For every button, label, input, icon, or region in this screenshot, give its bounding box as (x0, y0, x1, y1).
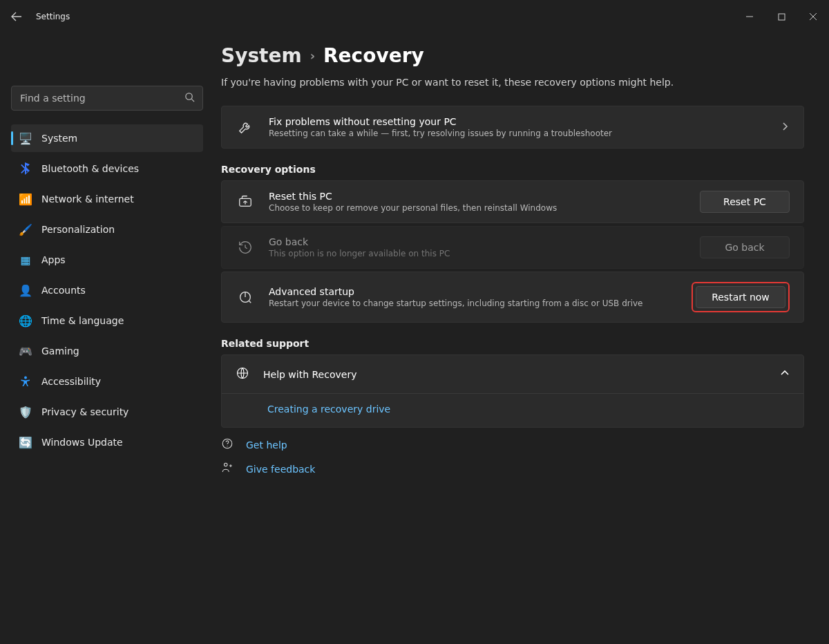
gamepad-icon: 🎮 (19, 345, 32, 357)
sidebar-item-bluetooth[interactable]: Bluetooth & devices (11, 155, 203, 182)
update-icon: 🔄 (19, 436, 32, 448)
expander-title: Help with Recovery (263, 369, 356, 380)
intro-text: If you're having problems with your PC o… (221, 77, 804, 88)
sidebar-item-system[interactable]: 🖥️ System (11, 124, 203, 152)
sidebar-item-time[interactable]: 🌐 Time & language (11, 307, 203, 334)
sidebar-item-privacy[interactable]: 🛡️ Privacy & security (11, 398, 203, 426)
sidebar-item-label: Bluetooth & devices (41, 163, 139, 174)
shield-icon: 🛡️ (19, 406, 32, 418)
card-desc: Restart your device to change startup se… (269, 299, 678, 308)
go-back-button: Go back (700, 236, 790, 258)
sidebar-item-update[interactable]: 🔄 Windows Update (11, 428, 203, 456)
section-title-related: Related support (221, 338, 804, 349)
card-title: Reset this PC (269, 191, 686, 202)
search-input[interactable] (11, 86, 203, 111)
power-settings-icon (236, 287, 255, 307)
title-bar: Settings (0, 0, 829, 33)
go-back-card: Go back This option is no longer availab… (221, 226, 804, 269)
history-icon (236, 238, 255, 257)
give-feedback-link[interactable]: Give feedback (246, 464, 315, 475)
main-content: System › Recovery If you're having probl… (214, 33, 829, 644)
sidebar-item-label: Windows Update (41, 437, 123, 448)
minimize-button[interactable] (734, 6, 765, 28)
restart-now-button[interactable]: Restart now (696, 286, 785, 308)
sidebar-item-label: Network & internet (41, 193, 134, 205)
apps-icon: ▦ (19, 254, 32, 266)
system-icon: 🖥️ (19, 132, 32, 144)
sidebar-item-label: Personalization (41, 224, 115, 235)
sidebar-item-label: Accessibility (41, 376, 101, 387)
globe-icon (236, 366, 249, 382)
wifi-icon: 📶 (19, 193, 32, 205)
bluetooth-icon (19, 162, 32, 175)
sidebar-item-label: Time & language (41, 315, 124, 326)
sidebar-item-accessibility[interactable]: Accessibility (11, 368, 203, 395)
svg-point-7 (227, 446, 227, 446)
sidebar-item-label: System (41, 133, 77, 144)
expander-head[interactable]: Help with Recovery (222, 355, 803, 393)
sidebar-item-accounts[interactable]: 👤 Accounts (11, 276, 203, 304)
get-help-row[interactable]: Get help (221, 437, 804, 452)
sidebar-item-network[interactable]: 📶 Network & internet (11, 185, 203, 213)
feedback-icon (221, 462, 235, 476)
restart-now-highlight: Restart now (692, 282, 790, 312)
sidebar-item-label: Gaming (41, 345, 79, 357)
chevron-right-icon: › (310, 48, 315, 63)
help-recovery-expander: Help with Recovery Creating a recovery d… (221, 354, 804, 428)
sidebar-item-gaming[interactable]: 🎮 Gaming (11, 337, 203, 365)
wrench-icon (236, 117, 255, 137)
give-feedback-row[interactable]: Give feedback (221, 462, 804, 476)
card-desc: Resetting can take a while — first, try … (269, 129, 766, 138)
sidebar-item-apps[interactable]: ▦ Apps (11, 246, 203, 274)
card-title: Go back (269, 236, 686, 247)
help-icon (221, 437, 235, 452)
section-title-recovery: Recovery options (221, 164, 804, 175)
advanced-startup-card[interactable]: Advanced startup Restart your device to … (221, 272, 804, 323)
svg-point-8 (225, 463, 228, 466)
back-button[interactable] (6, 6, 28, 28)
svg-point-1 (186, 93, 192, 100)
sidebar-item-label: Accounts (41, 285, 86, 296)
card-title: Fix problems without resetting your PC (269, 116, 766, 127)
person-icon: 👤 (19, 284, 32, 296)
accessibility-icon (19, 375, 32, 388)
maximize-button[interactable] (765, 6, 797, 28)
clock-icon: 🌐 (19, 314, 32, 327)
card-desc: This option is no longer available on th… (269, 249, 686, 258)
paintbrush-icon: 🖌️ (19, 223, 32, 236)
window-title: Settings (36, 12, 70, 21)
svg-point-2 (24, 377, 27, 379)
reset-icon (236, 192, 255, 211)
sidebar-item-label: Privacy & security (41, 406, 128, 417)
sidebar-item-personalization[interactable]: 🖌️ Personalization (11, 216, 203, 243)
close-button[interactable] (797, 6, 829, 28)
search-container (11, 86, 203, 111)
fix-problems-card[interactable]: Fix problems without resetting your PC R… (221, 106, 804, 149)
breadcrumb-parent[interactable]: System (221, 44, 302, 67)
card-desc: Choose to keep or remove your personal f… (269, 203, 686, 213)
card-title: Advanced startup (269, 286, 678, 297)
search-icon (184, 92, 195, 104)
breadcrumb: System › Recovery (221, 44, 804, 67)
recovery-drive-link[interactable]: Creating a recovery drive (267, 404, 390, 415)
breadcrumb-current: Recovery (323, 44, 424, 67)
window-controls (734, 6, 829, 28)
sidebar-item-label: Apps (41, 254, 66, 265)
chevron-up-icon (780, 368, 790, 380)
chevron-right-icon (780, 122, 790, 133)
reset-pc-button[interactable]: Reset PC (700, 191, 790, 213)
get-help-link[interactable]: Get help (246, 439, 287, 451)
reset-pc-card[interactable]: Reset this PC Choose to keep or remove y… (221, 180, 804, 223)
sidebar: 🖥️ System Bluetooth & devices 📶 Network … (0, 33, 214, 644)
svg-rect-0 (779, 14, 785, 20)
